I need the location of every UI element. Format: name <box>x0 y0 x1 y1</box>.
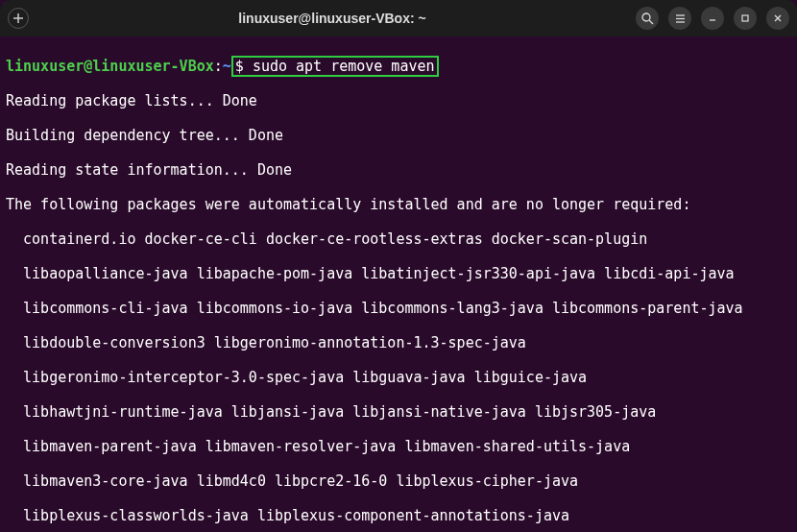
output-line: Reading state information... Done <box>6 161 791 179</box>
svg-rect-6 <box>742 15 748 21</box>
output-line: Building dependency tree... Done <box>6 127 791 144</box>
prompt-colon: : <box>214 58 223 75</box>
window-title: linuxuser@linuxuser-VBox: ~ <box>35 11 630 26</box>
maximize-button[interactable] <box>734 7 757 30</box>
menu-button[interactable] <box>668 7 691 30</box>
prompt-user-host: linuxuser@linuxuser-VBox <box>6 58 214 75</box>
titlebar: linuxuser@linuxuser-VBox: ~ <box>0 0 797 36</box>
output-line: libmaven3-core-java libmd4c0 libpcre2-16… <box>6 472 791 490</box>
output-line: libcommons-cli-java libcommons-io-java l… <box>6 300 791 317</box>
close-button[interactable] <box>766 7 789 30</box>
svg-line-1 <box>649 20 653 24</box>
output-line: Reading package lists... Done <box>6 92 791 109</box>
output-line: libgeronimo-interceptor-3.0-spec-java li… <box>6 369 791 386</box>
titlebar-right-controls <box>636 7 789 30</box>
output-line: libdouble-conversion3 libgeronimo-annota… <box>6 334 791 351</box>
minimize-button[interactable] <box>701 7 724 30</box>
new-tab-button[interactable] <box>8 8 29 29</box>
svg-point-0 <box>642 13 650 21</box>
output-line: libmaven-parent-java libmaven-resolver-j… <box>6 438 791 455</box>
terminal-output[interactable]: linuxuser@linuxuser-VBox:~$ sudo apt rem… <box>0 36 797 532</box>
prompt-line: linuxuser@linuxuser-VBox:~$ sudo apt rem… <box>6 58 791 75</box>
command-highlight: $ sudo apt remove maven <box>231 56 439 77</box>
prompt-path: ~ <box>223 58 231 75</box>
command-text: sudo apt remove maven <box>253 58 435 75</box>
output-line: libaopalliance-java libapache-pom-java l… <box>6 265 791 282</box>
prompt-dollar: $ <box>235 58 244 75</box>
output-line: libhawtjni-runtime-java libjansi-java li… <box>6 403 791 421</box>
titlebar-left-controls <box>8 8 29 29</box>
output-line: The following packages were automaticall… <box>6 196 791 213</box>
search-button[interactable] <box>636 7 659 30</box>
output-line: containerd.io docker-ce-cli docker-ce-ro… <box>6 230 791 248</box>
output-line: libplexus-classworlds-java libplexus-com… <box>6 507 791 524</box>
